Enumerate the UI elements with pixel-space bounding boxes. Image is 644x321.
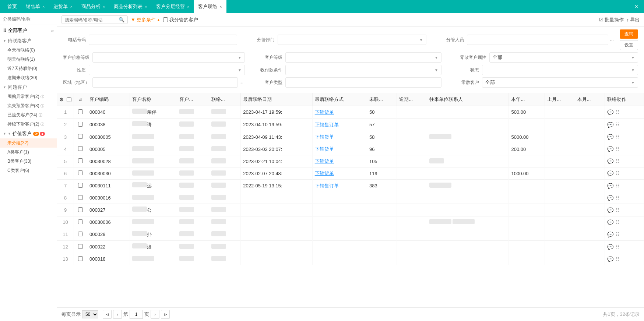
sidebar-item-overdue-pending[interactable]: 逾期未联络(30) [0,73,57,82]
grid-action-icon[interactable]: ⠿ [616,158,619,164]
grid-action-icon[interactable]: ⠿ [616,219,619,225]
page-number-input[interactable] [130,310,143,319]
retail-customer-select[interactable]: 全部 ▼ [482,77,638,88]
sidebar-item-7days-pending[interactable]: 近7天待联络(0) [0,64,57,73]
chat-icon[interactable]: 💬 [607,170,613,176]
name-column-header[interactable]: 客户名称 [130,93,177,106]
sidebar-item-abnormal[interactable]: 囤购异常客户(2) ⓘ [0,92,57,101]
grid-action-icon[interactable]: ⠿ [616,183,619,189]
per-page-dropdown[interactable]: 50 [82,310,98,318]
sidebar-item-tomorrow-pending[interactable]: 明天待联络(1) [0,55,57,64]
last-method-link[interactable]: 下销货单 [315,146,334,152]
sidebar-item-class-c[interactable]: C类客户(6) [0,166,57,175]
nav-tab-sales[interactable]: 销售单 × [21,0,49,13]
chat-icon[interactable]: 💬 [607,207,613,213]
row-checkbox-cell[interactable] [74,192,87,204]
last-method-link[interactable]: 下销货单 [315,158,334,164]
row-checkbox[interactable] [78,134,83,139]
sidebar-item-class-a[interactable]: A类客户(1) [0,148,57,157]
my-customers-check[interactable] [163,17,168,22]
row-checkbox-cell[interactable] [74,228,87,241]
grid-action-icon[interactable]: ⠿ [616,244,619,250]
row-checkbox[interactable] [78,146,83,151]
nav-tab-customer-contact[interactable]: 客户联络 × [194,0,226,13]
contact-column-header[interactable]: 联络... [209,93,240,106]
payment-select[interactable]: ▼ [285,65,441,75]
row-checkbox-cell[interactable] [74,155,87,167]
reset-button[interactable]: 设置 [620,40,638,50]
nav-tab-product-analysis[interactable]: 商品分析 × [77,0,109,13]
chat-icon[interactable]: 💬 [607,244,613,250]
overdue-column-header[interactable]: 逾期... [397,93,427,106]
grid-action-icon[interactable]: ⠿ [616,195,619,201]
sidebar-search-input[interactable] [3,17,57,22]
row-checkbox-cell[interactable] [74,167,87,180]
chat-icon[interactable]: 💬 [607,256,613,262]
last-page-button[interactable]: ⊳ [161,310,170,319]
my-customers-checkbox[interactable]: 我分管的客户 [163,17,198,23]
row-checkbox-cell[interactable] [74,131,87,143]
window-close-button[interactable]: × [632,3,641,10]
first-page-button[interactable]: ⊲ [103,310,112,319]
partner-column-header[interactable]: 往来单位联系人 [427,93,509,106]
prev-page-button[interactable]: ‹ [113,310,122,319]
row-checkbox-cell[interactable] [74,241,87,253]
chat-icon[interactable]: 💬 [607,122,613,128]
nav-tab-customer-segment[interactable]: 客户分层经营 × [152,0,194,13]
row-checkbox-cell[interactable] [74,119,87,131]
row-checkbox[interactable] [78,158,83,163]
row-checkbox-cell[interactable] [74,180,87,192]
close-product-list-tab-icon[interactable]: × [145,4,147,9]
last-method-link[interactable]: 下销货单 [315,170,334,176]
chat-icon[interactable]: 💬 [607,146,613,152]
chat-icon[interactable]: 💬 [607,219,613,225]
chat-icon[interactable]: 💬 [607,195,613,201]
select-all-checkbox[interactable] [67,97,71,102]
close-sales-tab-icon[interactable]: × [42,4,45,9]
grid-action-icon[interactable]: ⠿ [616,170,619,176]
sidebar-item-class-b[interactable]: B类客户(33) [0,157,57,166]
row-checkbox[interactable] [78,122,83,127]
last-date-column-header[interactable]: 最后联络日期 [241,93,313,106]
row-checkbox[interactable] [78,256,83,261]
code-column-header[interactable]: 客户编码 [87,93,130,106]
row-checkbox[interactable] [78,183,83,188]
region-input[interactable] [92,77,238,88]
close-purchase-tab-icon[interactable]: × [70,4,72,9]
last-month-column-header[interactable]: 上月... [545,93,575,106]
row-checkbox-cell[interactable] [74,143,87,155]
row-checkbox[interactable] [78,219,83,224]
last-method-link[interactable]: 下销售订单 [315,122,339,127]
row-checkbox[interactable] [78,244,83,249]
row-checkbox-cell[interactable] [74,253,87,265]
problem-group-header[interactable]: 问题客户 [0,82,57,92]
last-method-link[interactable]: 下销货单 [315,134,334,140]
this-month-column-header[interactable]: 本月... [575,93,605,106]
row-checkbox[interactable] [78,195,83,200]
pending-group-header[interactable]: 待联络客户 [0,36,57,46]
query-button[interactable]: 查询 [620,29,638,39]
row-checkbox[interactable] [78,170,83,175]
not-contact-column-header[interactable]: 未联... [367,93,397,106]
region-more-icon[interactable]: ··· [238,80,245,85]
sidebar-item-churn-warning[interactable]: 流失预警客户(3) ⓘ [0,101,57,110]
search-box[interactable]: 🔍 [61,15,128,24]
row-checkbox[interactable] [78,109,83,114]
batch-ops-button[interactable]: ☑ 批量操作 [599,17,624,23]
chat-icon[interactable]: 💬 [607,158,613,164]
export-button[interactable]: ↑ 导出 [627,17,640,23]
row-checkbox-cell[interactable] [74,106,87,119]
settings-icon[interactable]: ⚙ [59,97,64,102]
sidebar-collapse-button[interactable]: « [51,28,54,33]
price-level-select[interactable]: ▼ [92,52,245,63]
chat-icon[interactable]: 💬 [607,183,613,189]
more-conditions-button[interactable]: ▼ 更多条件 ▲ [131,17,160,23]
close-customer-segment-tab-icon[interactable]: × [187,4,189,9]
grid-action-icon[interactable]: ⠿ [616,109,619,115]
nav-tab-product-list[interactable]: 商品分析列表 × [109,0,151,13]
sidebar-item-today-pending[interactable]: 今天待联络(0) [0,46,57,55]
chat-icon[interactable]: 💬 [607,232,613,237]
all-customers-header[interactable]: ⠿ 全部客户 « [0,25,57,36]
retail-attr-select[interactable]: 全部 ▼ [489,52,638,63]
sidebar-item-ungroup[interactable]: 未分组(32) [0,138,57,148]
